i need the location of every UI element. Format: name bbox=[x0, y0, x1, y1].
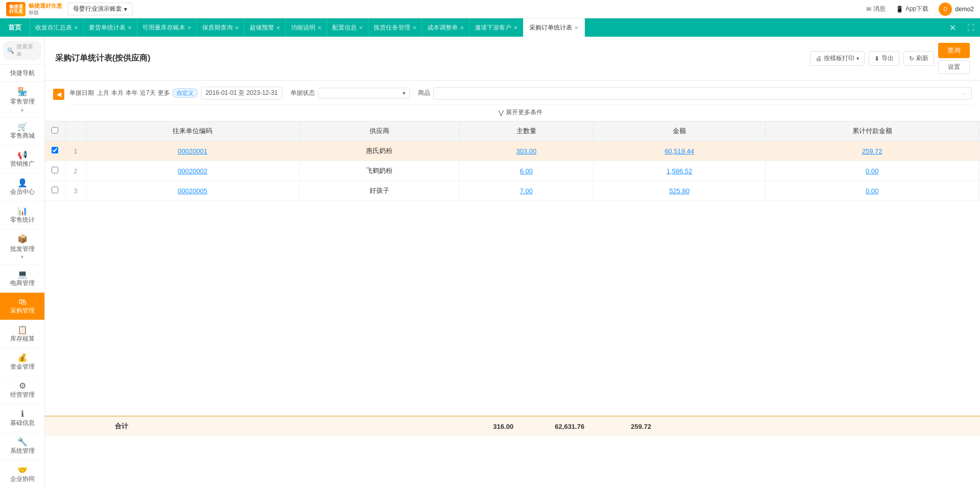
sidebar-item-purchase-mgmt[interactable]: 🛍 采购管理 bbox=[0, 293, 44, 320]
refresh-btn[interactable]: ↻ 刷新 bbox=[903, 51, 934, 66]
th-check bbox=[45, 121, 65, 141]
close-icon[interactable]: ✕ bbox=[74, 25, 78, 31]
settings-btn[interactable]: 设置 bbox=[938, 60, 970, 74]
th-supplier: 供应商 bbox=[300, 121, 459, 141]
date-shortcut-7days[interactable]: 近7天 bbox=[140, 89, 156, 97]
tab-overstock[interactable]: 超储预警 ✕ bbox=[244, 18, 286, 37]
tab-function-desc[interactable]: 功能说明 ✕ bbox=[286, 18, 327, 37]
sidebar-item-marketing[interactable]: 📢 营销推广 bbox=[0, 145, 44, 173]
td-unit-code[interactable]: 00020001 bbox=[86, 141, 300, 161]
user-area[interactable]: D demo2 bbox=[939, 3, 974, 16]
tab-order-summary[interactable]: 要货单统计表 ✕ bbox=[84, 18, 137, 37]
sidebar-item-ecommerce-mgmt[interactable]: 💻 电商管理 bbox=[0, 265, 44, 293]
date-shortcut-curr-year[interactable]: 本年 bbox=[126, 89, 138, 97]
tab-config-info[interactable]: 配置信息 ✕ bbox=[327, 18, 369, 37]
table-footer-row: 合计 316.00 62,631.76 259.72 bbox=[45, 416, 980, 436]
sidebar-item-basic-info[interactable]: ℹ 基础信息 bbox=[0, 404, 44, 432]
td-main-qty[interactable]: 303.00 bbox=[459, 141, 594, 161]
date-shortcut-prev-month[interactable]: 上月 bbox=[97, 89, 109, 97]
td-cumulative-paid[interactable]: 259.72 bbox=[765, 141, 979, 161]
td-main-qty[interactable]: 7.00 bbox=[459, 181, 594, 201]
sidebar-item-wholesale-mgmt[interactable]: 📦 批发管理 ▼ bbox=[0, 229, 44, 265]
sidebar: 🔍 搜索菜单 快捷导航 🏪 零售管理 ▲ 🛒 零售商城 📢 营销推广 👤 会员中… bbox=[0, 37, 45, 488]
sidebar-item-enterprise-collab[interactable]: 🤝 企业协同 bbox=[0, 460, 44, 488]
workspace-selector[interactable]: 母婴行业演示账套 ▾ bbox=[67, 3, 133, 15]
close-icon[interactable]: ✕ bbox=[235, 25, 239, 31]
td-supplier: 惠氏奶粉 bbox=[300, 141, 459, 161]
td-amount[interactable]: 525.80 bbox=[594, 181, 766, 201]
close-icon[interactable]: ✕ bbox=[128, 25, 132, 31]
avatar: D bbox=[939, 3, 952, 16]
filter-area: ◀ 单据日期 上月 本月 本年 近7天 更多 bbox=[45, 81, 980, 121]
tab-home[interactable]: 首页 bbox=[0, 18, 30, 37]
message-btn[interactable]: ✉ 消息 bbox=[866, 5, 886, 13]
sidebar-item-member-center[interactable]: 👤 会员中心 bbox=[0, 173, 44, 201]
tab-cost-adjust[interactable]: 成本调整单 ✕ bbox=[422, 18, 470, 37]
sidebar-item-inventory-check[interactable]: 📋 库存核算 bbox=[0, 320, 44, 348]
print-icon: 🖨 bbox=[816, 55, 822, 62]
print-btn[interactable]: 🖨 按模板打印 ▾ bbox=[810, 51, 865, 66]
tab-close-all-btn[interactable]: ✕ bbox=[943, 18, 962, 37]
tab-purchase-order-stat[interactable]: 采购订单统计表 ✕ bbox=[523, 18, 585, 37]
close-icon[interactable]: ✕ bbox=[412, 25, 416, 31]
sidebar-search[interactable]: 🔍 搜索菜单 bbox=[0, 37, 44, 65]
date-label: 单据日期 bbox=[69, 89, 94, 97]
select-all-checkbox[interactable] bbox=[52, 127, 58, 134]
td-amount[interactable]: 60,519.44 bbox=[594, 141, 766, 161]
th-cumulative-paid: 累计付款金额 bbox=[765, 121, 979, 141]
td-check[interactable] bbox=[45, 181, 65, 201]
td-cumulative-paid[interactable]: 0.00 bbox=[765, 181, 979, 201]
tab-available-stock[interactable]: 可用量库存账本 ✕ bbox=[137, 18, 197, 37]
td-check[interactable] bbox=[45, 161, 65, 181]
td-supplier: 好孩子 bbox=[300, 181, 459, 201]
td-supplier: 飞鹤奶粉 bbox=[300, 161, 459, 181]
date-shortcut-curr-month[interactable]: 本月 bbox=[111, 89, 124, 97]
td-amount[interactable]: 1,586.52 bbox=[594, 161, 766, 181]
td-main-qty[interactable]: 6.00 bbox=[459, 161, 594, 181]
sidebar-item-system-mgmt[interactable]: 🔧 系统管理 bbox=[0, 432, 44, 460]
expand-icon: ▲ bbox=[20, 107, 24, 112]
td-check[interactable] bbox=[45, 141, 65, 161]
close-icon[interactable]: ✕ bbox=[359, 25, 363, 31]
filter-row-1: 单据日期 上月 本月 本年 近7天 更多 自定义 2016-01-01 至 20… bbox=[69, 87, 972, 99]
th-unit-code: 往来单位编码 bbox=[86, 121, 300, 141]
close-icon[interactable]: ✕ bbox=[187, 25, 191, 31]
collapse-btn[interactable]: ◀ bbox=[53, 89, 64, 100]
td-unit-code[interactable]: 00020005 bbox=[86, 181, 300, 201]
export-icon: ⬇ bbox=[874, 55, 879, 62]
sidebar-item-quick-nav[interactable]: 快捷导航 bbox=[0, 65, 44, 82]
expand-icon: ▼ bbox=[20, 254, 24, 260]
td-cumulative-paid[interactable]: 0.00 bbox=[765, 161, 979, 181]
close-icon[interactable]: ✕ bbox=[276, 25, 280, 31]
th-row-num bbox=[65, 121, 86, 141]
date-shortcut-more[interactable]: 更多 bbox=[158, 89, 170, 97]
status-select[interactable]: ▾ bbox=[318, 88, 410, 98]
th-main-qty: 主数量 bbox=[459, 121, 594, 141]
date-range-display[interactable]: 2016-01-01 至 2023-12-31 bbox=[201, 87, 282, 99]
tab-pick-task[interactable]: 拣货任务管理 ✕ bbox=[369, 18, 422, 37]
nav-tabs-bar: 首页 收发存汇总表 ✕ 要货单统计表 ✕ 可用量库存账本 ✕ 保质期查询 ✕ 超… bbox=[0, 18, 980, 37]
export-btn[interactable]: ⬇ 导出 bbox=[869, 51, 899, 66]
tab-warranty-query[interactable]: 保质期查询 ✕ bbox=[197, 18, 244, 37]
close-icon[interactable]: ✕ bbox=[317, 25, 322, 31]
td-row-num: 3 bbox=[65, 181, 86, 201]
sidebar-item-retail-mall[interactable]: 🛒 零售商城 bbox=[0, 117, 44, 145]
top-bar: 畅捷通好生意 畅捷通好生意 标版 母婴行业演示账套 ▾ ✉ 消息 📱 App下载… bbox=[0, 0, 980, 18]
close-icon[interactable]: ✕ bbox=[460, 25, 464, 31]
goods-input[interactable]: ··· bbox=[433, 87, 972, 99]
tab-invite-downstream[interactable]: 邀请下游客户 ✕ bbox=[470, 18, 523, 37]
close-icon[interactable]: ✕ bbox=[574, 25, 578, 31]
tab-maximize-btn[interactable]: ⛶ bbox=[962, 18, 980, 37]
app-download-btn[interactable]: 📱 App下载 bbox=[896, 5, 928, 13]
sidebar-item-fund-mgmt[interactable]: 💰 资金管理 bbox=[0, 348, 44, 376]
close-icon[interactable]: ✕ bbox=[513, 25, 518, 31]
tab-receive-summary[interactable]: 收发存汇总表 ✕ bbox=[30, 18, 84, 37]
sidebar-item-ops-mgmt[interactable]: ⚙ 经营管理 bbox=[0, 376, 44, 404]
refresh-icon: ↻ bbox=[909, 55, 914, 62]
query-btn[interactable]: 查询 bbox=[938, 43, 970, 58]
sidebar-item-retail-mgmt[interactable]: 🏪 零售管理 ▲ bbox=[0, 82, 44, 117]
expand-more-btn[interactable]: ⋁ 展开更多条件 bbox=[69, 105, 972, 117]
sidebar-item-retail-stats[interactable]: 📊 零售统计 bbox=[0, 201, 44, 229]
td-unit-code[interactable]: 00020002 bbox=[86, 161, 300, 181]
expand-down-icon: ⋁ bbox=[499, 109, 504, 116]
